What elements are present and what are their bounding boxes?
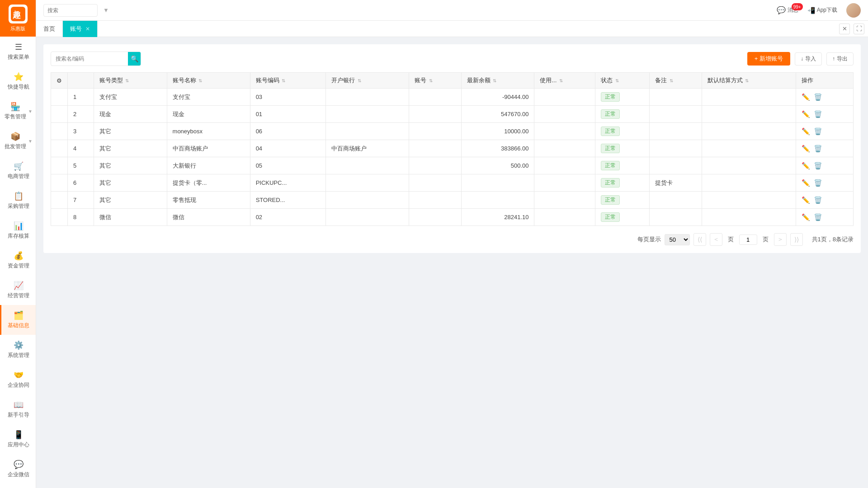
delete-button[interactable]: 🗑️ <box>814 179 822 187</box>
import-button[interactable]: ↓ 导入 <box>795 52 822 66</box>
cell-name: 零售抵现 <box>167 192 250 209</box>
delete-button[interactable]: 🗑️ <box>814 110 822 118</box>
edit-button[interactable]: ✏️ <box>802 196 810 204</box>
logo[interactable]: 趣 乐惠版 <box>0 0 36 37</box>
cell-default-settlement <box>702 157 796 174</box>
tab-account-close[interactable]: ✕ <box>85 26 90 32</box>
cell-code: 01 <box>250 106 326 123</box>
edit-button[interactable]: ✏️ <box>802 145 810 153</box>
cell-code: 02 <box>250 209 326 226</box>
status-badge: 正常 <box>601 144 620 153</box>
col-account-type[interactable]: 账号类型 ⇅ <box>94 73 167 89</box>
message-button[interactable]: 💬 消息 99+ <box>777 6 798 14</box>
per-page-select[interactable]: 50 100 200 <box>665 234 690 245</box>
cell-status: 正常 <box>595 192 650 209</box>
top-header: ▼ 💬 消息 99+ 📲 App下载 <box>36 0 868 21</box>
col-use[interactable]: 使用... ⇅ <box>534 73 595 89</box>
next-page-button[interactable]: ＞ <box>774 233 787 246</box>
col-balance[interactable]: 最新余额 ⇅ <box>461 73 534 89</box>
export-button[interactable]: ↑ 导出 <box>826 52 854 66</box>
cell-code: STORED... <box>250 192 326 209</box>
search-button[interactable]: 🔍 <box>128 52 141 66</box>
cell-default-settlement <box>702 209 796 226</box>
delete-button[interactable]: 🗑️ <box>814 145 822 153</box>
col-remark[interactable]: 备注 ⇅ <box>650 73 702 89</box>
search-input[interactable] <box>51 53 128 64</box>
delete-button[interactable]: 🗑️ <box>814 162 822 170</box>
app-download-button[interactable]: 📲 App下载 <box>807 6 837 14</box>
delete-button[interactable]: 🗑️ <box>814 127 822 136</box>
sidebar-item-vip[interactable]: 🎯 畅会员 <box>0 484 36 488</box>
cell-index: 1 <box>68 89 94 106</box>
cell-use <box>534 157 595 174</box>
prev-page-button[interactable]: ＜ <box>710 233 722 246</box>
cell-bank <box>326 192 409 209</box>
search-icon: 🔍 <box>131 55 138 62</box>
add-account-button[interactable]: + 新增账号 <box>747 52 790 66</box>
edit-button[interactable]: ✏️ <box>802 110 810 118</box>
sidebar-item-operations[interactable]: 📈 经营管理 <box>0 275 36 305</box>
wholesale-icon: 📦 <box>10 131 20 141</box>
sidebar-item-system[interactable]: ⚙️ 系统管理 <box>0 335 36 365</box>
sidebar-item-newbie[interactable]: 📖 新手引导 <box>0 394 36 424</box>
cell-gear <box>51 140 68 157</box>
col-account-name[interactable]: 账号名称 ⇅ <box>167 73 250 89</box>
first-page-button[interactable]: ⟨⟨ <box>693 233 706 246</box>
cell-index: 6 <box>68 174 94 192</box>
app-center-icon: 📱 <box>14 430 24 440</box>
cell-balance <box>461 192 534 209</box>
delete-button[interactable]: 🗑️ <box>814 196 822 204</box>
col-account-no[interactable]: 账号 ⇅ <box>409 73 461 89</box>
cell-gear <box>51 157 68 174</box>
dropdown-arrow-icon[interactable]: ▼ <box>103 7 109 14</box>
cell-actions: ✏️ 🗑️ <box>796 192 854 209</box>
last-page-button[interactable]: ⟩⟩ <box>790 233 803 246</box>
sidebar-item-inventory[interactable]: 📊 库存核算 <box>0 216 36 245</box>
chevron-down-icon: ▼ <box>28 139 33 144</box>
col-default-settlement[interactable]: 默认结算方式 ⇅ <box>702 73 796 89</box>
tab-expand-button[interactable]: ⛶ <box>854 23 864 34</box>
user-avatar[interactable] <box>846 3 861 18</box>
cell-use <box>534 174 595 192</box>
col-account-code[interactable]: 账号编码 ⇅ <box>250 73 326 89</box>
sidebar-item-app-center[interactable]: 📱 应用中心 <box>0 424 36 454</box>
sidebar-item-search-menu[interactable]: ☰ 搜索菜单 <box>0 37 36 66</box>
status-badge: 正常 <box>601 178 620 188</box>
sidebar-item-wholesale[interactable]: 📦 批发管理 ▼ <box>0 126 36 156</box>
edit-button[interactable]: ✏️ <box>802 93 810 101</box>
cell-code: PICKUPC... <box>250 174 326 192</box>
tab-account[interactable]: 账号 ✕ <box>63 21 98 37</box>
sidebar-item-label: 新手引导 <box>8 411 29 419</box>
sidebar-item-quick-nav[interactable]: ⭐ 快捷导航 <box>0 66 36 96</box>
retail-icon: 🏪 <box>10 102 20 112</box>
col-gear[interactable]: ⚙ <box>51 73 68 89</box>
status-badge: 正常 <box>601 195 620 205</box>
top-search-input[interactable] <box>43 4 98 17</box>
col-bank[interactable]: 开户银行 ⇅ <box>326 73 409 89</box>
logo-text: 乐惠版 <box>10 25 25 32</box>
sidebar-item-enterprise-agreement[interactable]: 🤝 企业协同 <box>0 365 36 394</box>
cell-default-settlement <box>702 174 796 192</box>
cell-use <box>534 192 595 209</box>
cell-balance <box>461 174 534 192</box>
tab-home[interactable]: 首页 <box>36 21 63 37</box>
col-status[interactable]: 状态 ⇅ <box>595 73 650 89</box>
cell-gear <box>51 106 68 123</box>
sidebar-item-ecommerce[interactable]: 🛒 电商管理 <box>0 156 36 186</box>
edit-button[interactable]: ✏️ <box>802 179 810 187</box>
edit-button[interactable]: ✏️ <box>802 213 810 221</box>
delete-button[interactable]: 🗑️ <box>814 93 822 101</box>
edit-button[interactable]: ✏️ <box>802 162 810 170</box>
sidebar-item-retail[interactable]: 🏪 零售管理 ▼ <box>0 96 36 126</box>
sidebar-item-base-info[interactable]: 🗂️ 基础信息 <box>0 305 36 335</box>
sidebar-item-label: 快捷导航 <box>8 83 29 91</box>
sidebar-item-capital[interactable]: 💰 资金管理 <box>0 245 36 275</box>
tab-close-button[interactable]: ✕ <box>839 23 850 34</box>
edit-button[interactable]: ✏️ <box>802 127 810 136</box>
cell-balance: 383866.00 <box>461 140 534 157</box>
sidebar-item-purchase[interactable]: 📋 采购管理 <box>0 186 36 216</box>
sidebar-item-label: 批发管理 <box>5 143 26 150</box>
sidebar-item-enterprise-wechat[interactable]: 💬 企业微信 <box>0 454 36 484</box>
page-input[interactable] <box>739 235 757 245</box>
delete-button[interactable]: 🗑️ <box>814 213 822 221</box>
